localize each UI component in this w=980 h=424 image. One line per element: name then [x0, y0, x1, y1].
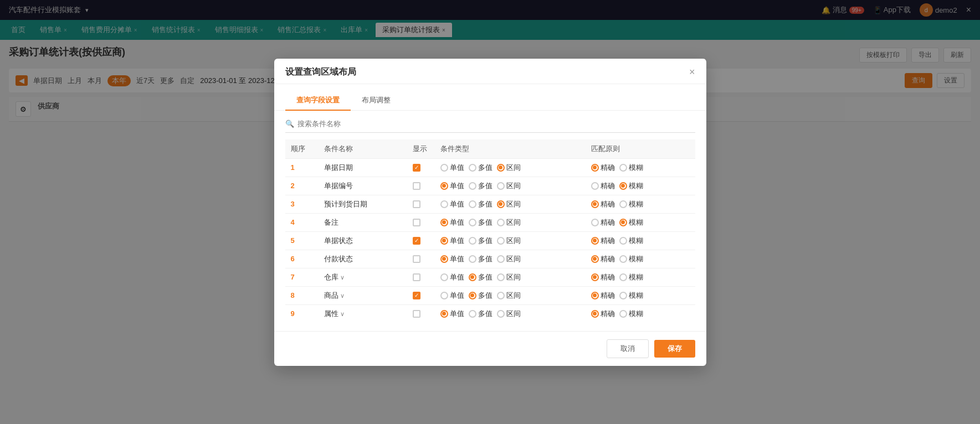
table-row: 8商品 ∨✓ 单值 多值 区间 精确 模糊: [285, 286, 695, 304]
row-type: 单值 多值 区间: [435, 231, 586, 250]
row-display[interactable]: [407, 250, 435, 268]
modal-close-button[interactable]: ×: [689, 67, 695, 77]
row-match: 精确 模糊: [586, 231, 695, 250]
row-type: 单值 多值 区间: [435, 250, 586, 268]
tab-query-fields[interactable]: 查询字段设置: [285, 91, 351, 111]
row-name: 单据编号: [319, 177, 407, 195]
row-display[interactable]: [407, 195, 435, 213]
row-name: 预计到货日期: [319, 195, 407, 213]
row-type: 单值 多值 区间: [435, 195, 586, 213]
row-name: 付款状态: [319, 250, 407, 268]
table-row: 9属性 ∨ 单值 多值 区间 精确 模糊: [285, 304, 695, 322]
row-display[interactable]: [407, 304, 435, 322]
table-row: 5单据状态✓ 单值 多值 区间 精确 模糊: [285, 231, 695, 250]
modal-title: 设置查询区域布局: [285, 66, 356, 78]
config-table: 顺序 条件名称 显示 条件类型 匹配原则 1单据日期✓ 单值 多值: [285, 139, 695, 322]
row-type: 单值 多值 区间: [435, 213, 586, 231]
table-row: 3预计到货日期 单值 多值 区间 精确 模糊: [285, 195, 695, 213]
checkbox[interactable]: [413, 200, 420, 208]
row-match: 精确 模糊: [586, 268, 695, 286]
row-seq: 2: [285, 177, 319, 195]
row-name: 单据日期: [319, 158, 407, 177]
table-row: 4备注 单值 多值 区间 精确 模糊: [285, 213, 695, 231]
tab-layout-adjust[interactable]: 布局调整: [351, 91, 402, 111]
row-seq: 6: [285, 250, 319, 268]
row-display[interactable]: [407, 213, 435, 231]
row-seq: 8: [285, 286, 319, 304]
checkbox[interactable]: [413, 255, 420, 263]
checkbox[interactable]: ✓: [413, 237, 420, 245]
config-table-scroll: 顺序 条件名称 显示 条件类型 匹配原则 1单据日期✓ 单值 多值: [285, 139, 695, 322]
checkbox[interactable]: [413, 273, 420, 281]
row-seq: 7: [285, 268, 319, 286]
row-display[interactable]: [407, 268, 435, 286]
table-row: 6付款状态 单值 多值 区间 精确 模糊: [285, 250, 695, 268]
checkbox[interactable]: [413, 182, 420, 190]
table-row: 2单据编号 单值 多值 区间 精确 模糊: [285, 177, 695, 195]
modal-footer: 取消 保存: [274, 331, 706, 366]
row-match: 精确 模糊: [586, 195, 695, 213]
checkbox[interactable]: ✓: [413, 292, 420, 299]
checkbox[interactable]: [413, 310, 420, 318]
row-seq: 5: [285, 231, 319, 250]
row-type: 单值 多值 区间: [435, 304, 586, 322]
table-row: 7仓库 ∨ 单值 多值 区间 精确 模糊: [285, 268, 695, 286]
th-display: 显示: [407, 139, 435, 159]
th-seq: 顺序: [285, 139, 319, 159]
table-row: 1单据日期✓ 单值 多值 区间 精确 模糊: [285, 158, 695, 177]
row-seq: 1: [285, 158, 319, 177]
row-seq: 4: [285, 213, 319, 231]
row-match: 精确 模糊: [586, 250, 695, 268]
th-match: 匹配原则: [586, 139, 695, 159]
search-bar: 🔍: [285, 120, 695, 133]
checkbox[interactable]: ✓: [413, 164, 420, 172]
row-seq: 3: [285, 195, 319, 213]
modal-tabs: 查询字段设置 布局调整: [274, 84, 706, 111]
row-display[interactable]: ✓: [407, 231, 435, 250]
row-name: 仓库 ∨: [319, 268, 407, 286]
row-type: 单值 多值 区间: [435, 158, 586, 177]
modal-dialog: 设置查询区域布局 × 查询字段设置 布局调整 🔍: [274, 59, 706, 366]
row-match: 精确 模糊: [586, 304, 695, 322]
save-button[interactable]: 保存: [654, 340, 695, 358]
cancel-button[interactable]: 取消: [607, 339, 649, 358]
modal-body: 🔍 顺序 条件名称 显示 条件类型 匹配原则: [274, 111, 706, 331]
table-header-row: 顺序 条件名称 显示 条件类型 匹配原则: [285, 139, 695, 159]
modal-header: 设置查询区域布局 ×: [274, 59, 706, 84]
row-match: 精确 模糊: [586, 158, 695, 177]
th-name: 条件名称: [319, 139, 407, 159]
row-name: 商品 ∨: [319, 286, 407, 304]
search-icon: 🔍: [285, 120, 294, 128]
row-name: 备注: [319, 213, 407, 231]
row-display[interactable]: [407, 177, 435, 195]
row-display[interactable]: ✓: [407, 286, 435, 304]
modal-overlay: 设置查询区域布局 × 查询字段设置 布局调整 🔍: [0, 0, 980, 424]
row-match: 精确 模糊: [586, 213, 695, 231]
th-type: 条件类型: [435, 139, 586, 159]
row-type: 单值 多值 区间: [435, 268, 586, 286]
row-name: 属性 ∨: [319, 304, 407, 322]
row-type: 单值 多值 区间: [435, 177, 586, 195]
row-match: 精确 模糊: [586, 286, 695, 304]
row-display[interactable]: ✓: [407, 158, 435, 177]
row-seq: 9: [285, 304, 319, 322]
row-match: 精确 模糊: [586, 177, 695, 195]
row-type: 单值 多值 区间: [435, 286, 586, 304]
search-input[interactable]: [297, 120, 695, 128]
row-name: 单据状态: [319, 231, 407, 250]
checkbox[interactable]: [413, 219, 420, 226]
